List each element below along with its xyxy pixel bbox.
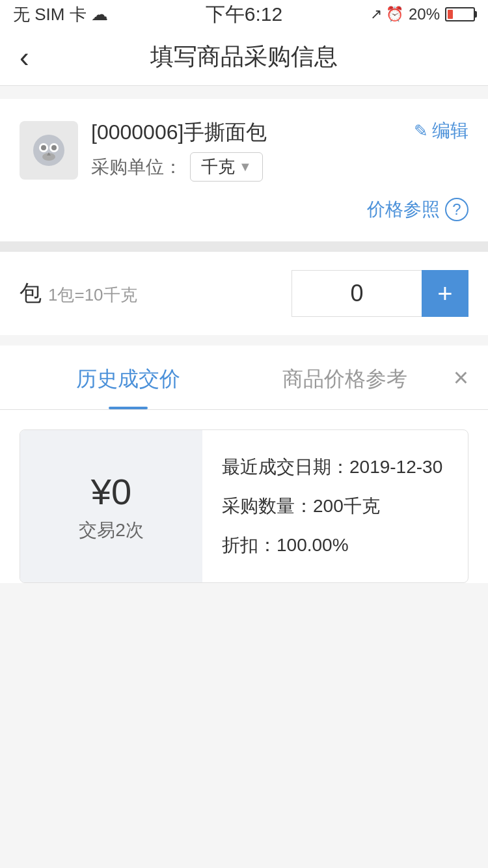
product-left: [0000006]手撕面包 采购单位： 千克 ▼ <box>20 118 267 182</box>
battery-icon <box>445 7 475 21</box>
history-card: ¥0 交易2次 最近成交日期：2019-12-30 采购数量：200千克 折扣：… <box>20 429 468 583</box>
tab-section: 历史成交价 商品价格参考 × ¥0 交易2次 最近成交日期：2019-12-30… <box>0 346 488 583</box>
product-bottom-row: 价格参照 ? <box>20 197 468 222</box>
discount-value: 100.00% <box>277 535 349 555</box>
unit-value: 千克 <box>201 156 235 178</box>
battery-percent: 20% <box>409 5 440 23</box>
unit-dropdown-icon: ▼ <box>239 159 252 174</box>
edit-icon: ✎ <box>414 121 428 141</box>
status-left: 无 SIM 卡 ☁ <box>13 3 108 26</box>
history-detail-date: 最近成交日期：2019-12-30 <box>222 454 448 481</box>
tab-header: 历史成交价 商品价格参考 × <box>0 346 488 410</box>
quantity-plus-button[interactable]: + <box>422 270 468 317</box>
status-right: ↗ ⏰ 20% <box>370 5 475 23</box>
recent-date-label: 最近成交日期： <box>222 457 349 477</box>
quantity-conversion: 1包=10千克 <box>48 284 137 306</box>
tab-close-button[interactable]: × <box>454 350 468 405</box>
history-detail-discount: 折扣：100.00% <box>222 532 448 559</box>
price-ref-icon: ? <box>445 198 468 221</box>
unit-label: 采购单位： <box>91 155 182 180</box>
quantity-label-group: 包 1包=10千克 <box>20 278 137 308</box>
product-logo <box>20 121 78 180</box>
recent-date-value: 2019-12-30 <box>349 457 442 477</box>
section-divider <box>0 241 488 252</box>
svg-point-4 <box>51 145 57 150</box>
history-price-amount: ¥0 <box>91 470 131 513</box>
discount-label: 折扣： <box>222 535 277 555</box>
product-name: [0000006]手撕面包 <box>91 118 267 147</box>
back-button[interactable]: ‹ <box>20 43 29 72</box>
product-header: [0000006]手撕面包 采购单位： 千克 ▼ ✎ 编辑 <box>20 118 468 182</box>
history-price-side: ¥0 交易2次 <box>20 430 202 582</box>
page-title: 填写商品采购信息 <box>150 41 338 73</box>
history-trade-count: 交易2次 <box>79 518 144 543</box>
tab-history-price[interactable]: 历史成交价 <box>20 346 236 409</box>
history-detail-quantity: 采购数量：200千克 <box>222 493 448 520</box>
battery-fill <box>448 10 453 19</box>
quantity-input[interactable] <box>291 270 422 317</box>
edit-label: 编辑 <box>432 118 468 143</box>
no-sim-text: 无 SIM 卡 ☁ <box>13 3 108 26</box>
status-time: 下午6:12 <box>206 1 282 28</box>
nav-bar: ‹ 填写商品采购信息 <box>0 29 488 86</box>
product-unit-row: 采购单位： 千克 ▼ <box>91 152 267 182</box>
history-detail-side: 最近成交日期：2019-12-30 采购数量：200千克 折扣：100.00% <box>202 430 468 582</box>
bottom-area <box>0 603 488 868</box>
unit-select[interactable]: 千克 ▼ <box>190 152 263 182</box>
status-bar: 无 SIM 卡 ☁ 下午6:12 ↗ ⏰ 20% <box>0 0 488 29</box>
quantity-label: 采购数量： <box>222 496 313 516</box>
edit-button[interactable]: ✎ 编辑 <box>414 118 468 143</box>
price-ref-button[interactable]: 价格参照 ? <box>367 197 468 222</box>
tab-product-price-ref[interactable]: 商品价格参考 <box>236 346 453 409</box>
status-icons: ↗ ⏰ <box>370 6 403 23</box>
quantity-row: 包 1包=10千克 + <box>0 252 488 335</box>
quantity-val: 200千克 <box>313 496 380 516</box>
svg-point-3 <box>41 145 46 150</box>
product-info: [0000006]手撕面包 采购单位： 千克 ▼ <box>91 118 267 182</box>
quantity-input-group: + <box>291 270 468 317</box>
product-card: [0000006]手撕面包 采购单位： 千克 ▼ ✎ 编辑 价格参照 ? <box>0 99 488 241</box>
quantity-unit: 包 <box>20 278 42 308</box>
price-ref-label: 价格参照 <box>367 197 440 222</box>
svg-point-0 <box>33 135 64 166</box>
